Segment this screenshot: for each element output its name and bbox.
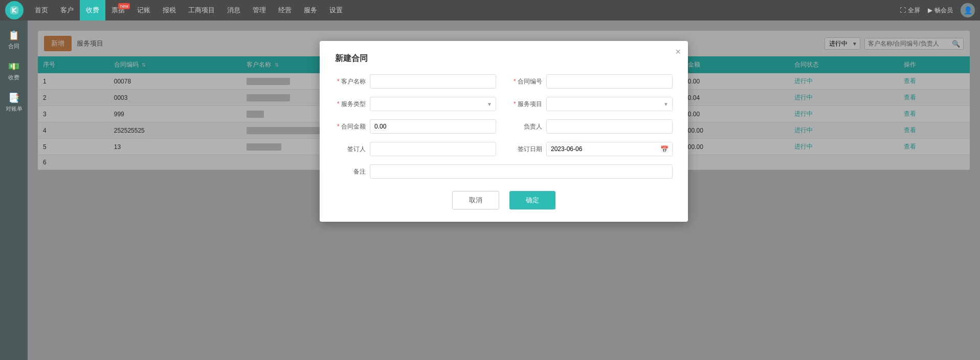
new-badge: new (118, 3, 130, 9)
nav-item-settings[interactable]: 设置 (323, 0, 349, 20)
contract-no-input[interactable] (546, 74, 673, 89)
service-type-select-wrapper: ▼ (370, 97, 496, 111)
fee-icon: 💵 (8, 61, 19, 72)
nav-item-message[interactable]: 消息 (221, 0, 247, 20)
nav-item-tax[interactable]: 报税 (157, 0, 182, 20)
sign-date-label: 签订日期 (511, 145, 542, 154)
nav-item-fee[interactable]: 收费 (80, 0, 105, 20)
remark-label: 备注 (335, 167, 366, 176)
fullscreen-icon: ⛶ (900, 7, 906, 14)
modal-close-button[interactable]: × (675, 47, 681, 56)
service-item-form-label: 服务项目 (511, 100, 542, 109)
form-row-contract-no: 合同编号 (511, 74, 673, 89)
nav-item-ticket[interactable]: 票据 new (105, 0, 131, 20)
fullscreen-button[interactable]: ⛶ 全屏 (900, 6, 920, 15)
nav-right-area: ⛶ 全屏 ▶ 畅会员 👤 (900, 3, 975, 17)
confirm-button[interactable]: 确定 (509, 191, 555, 209)
form-grid: 客户名称 合同编号 服务类型 ▼ (335, 74, 673, 179)
sidebar-item-statement[interactable]: 📑 对账单 (1, 88, 27, 117)
service-type-label: 服务类型 (335, 100, 366, 109)
sidebar: 📋 合同 💵 收费 📑 对账单 (0, 20, 28, 360)
new-contract-modal: × 新建合同 客户名称 合同编号 服务类型 (320, 41, 688, 222)
statement-icon: 📑 (8, 92, 19, 103)
contract-amount-input[interactable] (370, 119, 496, 134)
contract-icon: 📋 (8, 30, 19, 41)
avatar-icon: 👤 (964, 6, 972, 14)
sign-date-input[interactable] (546, 142, 673, 156)
service-item-select[interactable] (546, 97, 673, 111)
nav-item-accounting[interactable]: 记账 (131, 0, 157, 20)
contract-no-label: 合同编号 (511, 77, 542, 86)
member-icon: ▶ (928, 7, 932, 14)
top-navigation: 首页 客户 收费 票据 new 记账 报税 工商项目 消息 管理 经营 服务 设… (0, 0, 980, 20)
sign-date-wrapper: 📅 (546, 142, 673, 156)
member-button[interactable]: ▶ 畅会员 (928, 6, 953, 15)
modal-overlay: × 新建合同 客户名称 合同编号 服务类型 (28, 20, 980, 360)
avatar[interactable]: 👤 (961, 3, 975, 17)
nav-item-manage[interactable]: 管理 (247, 0, 272, 20)
nav-item-customer[interactable]: 客户 (54, 0, 80, 20)
customer-name-label: 客户名称 (335, 77, 366, 86)
form-row-service-type: 服务类型 ▼ (335, 97, 496, 111)
service-item-select-wrapper: ▼ (546, 97, 673, 111)
nav-item-operation[interactable]: 经营 (272, 0, 298, 20)
form-row-service-item: 服务项目 ▼ (511, 97, 673, 111)
form-row-sign-date: 签订日期 📅 (511, 142, 673, 156)
content-area: 新增 服务项目 进行中 已完成 已取消 ▼ 🔍 (28, 20, 980, 360)
signer-label: 签订人 (335, 145, 366, 154)
form-row-amount: 合同金额 (335, 119, 496, 134)
sidebar-item-contract[interactable]: 📋 合同 (1, 26, 27, 54)
remark-input[interactable] (370, 164, 673, 179)
customer-name-input[interactable] (370, 74, 496, 89)
cancel-button[interactable]: 取消 (452, 191, 499, 209)
form-row-remark: 备注 (335, 164, 673, 179)
sidebar-item-fee[interactable]: 💵 收费 (1, 57, 27, 86)
service-type-select[interactable] (370, 97, 496, 111)
modal-footer: 取消 确定 (335, 191, 673, 209)
nav-item-business[interactable]: 工商项目 (182, 0, 221, 20)
form-row-customer: 客户名称 (335, 74, 496, 89)
nav-item-home[interactable]: 首页 (29, 0, 54, 20)
contract-amount-label: 合同金额 (335, 122, 366, 131)
nav-item-service[interactable]: 服务 (298, 0, 323, 20)
main-layout: 📋 合同 💵 收费 📑 对账单 新增 服务项目 进行中 已完成 (0, 20, 980, 360)
responsible-person-input[interactable] (546, 119, 673, 134)
form-row-signer: 签订人 (335, 142, 496, 156)
responsible-person-label: 负责人 (511, 122, 542, 131)
app-logo (5, 1, 24, 19)
modal-title: 新建合同 (335, 53, 673, 64)
signer-input[interactable] (370, 142, 496, 156)
form-row-responsible: 负责人 (511, 119, 673, 134)
